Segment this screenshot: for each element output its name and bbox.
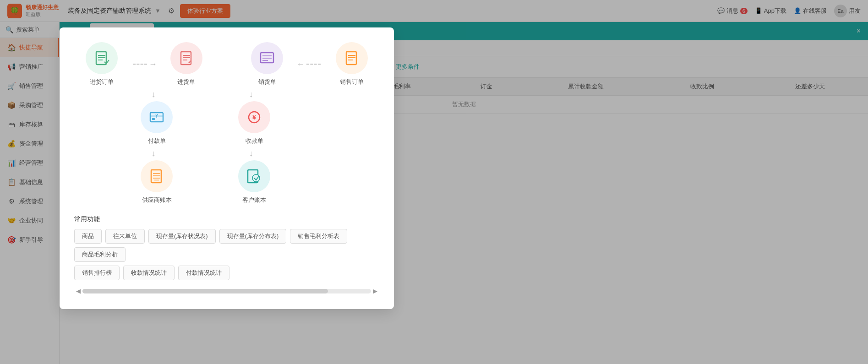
common-btn-product-margin[interactable]: 商品毛利分析 [74, 247, 126, 262]
flow-row-arrows: ↓ ↓ [74, 90, 379, 99]
down-arrow-purchase: ↓ [152, 90, 156, 99]
sale-bill-circle [251, 42, 283, 74]
flow-arrow-h2: ← [296, 60, 322, 69]
sale-bill-label: 销货单 [258, 78, 276, 86]
flow-node-sale-order[interactable]: 销售订单 [324, 42, 379, 86]
flow-row-arrows2: ↓ ↓ [74, 149, 379, 158]
down-arrow-receipt: ↓ [249, 149, 253, 158]
common-functions-section: 常用功能 商品 往来单位 现存量(库存状况表) 现存量(库存分布表) 销售毛利分… [74, 215, 379, 280]
svg-text:¥: ¥ [252, 114, 256, 121]
modal-dialog: 进货订单 → [60, 27, 394, 309]
svg-rect-26 [154, 179, 159, 181]
common-btn-stock-status[interactable]: 现存量(库存状况表) [148, 229, 216, 244]
flow-node-supplier[interactable]: 供应商账本 [129, 160, 184, 204]
scroll-left-icon[interactable]: ◀ [74, 288, 82, 294]
common-btn-stock-dist[interactable]: 现存量(库存分布表) [219, 229, 287, 244]
svg-point-28 [252, 174, 260, 182]
flow-row-1: 进货订单 → [74, 42, 379, 86]
common-btn-payment-stats[interactable]: 付款情况统计 [178, 266, 229, 280]
svg-rect-8 [261, 53, 273, 63]
svg-rect-18 [152, 118, 155, 120]
scroll-row: ◀ ▶ [74, 288, 379, 294]
receipt-circle: ¥ [238, 101, 270, 133]
flow-node-receipt[interactable]: ¥ 收款单 [227, 101, 282, 145]
flow-node-purchase-order[interactable]: 进货订单 [74, 42, 129, 86]
supplier-label: 供应商账本 [142, 196, 172, 204]
scroll-right-icon[interactable]: ▶ [371, 288, 379, 294]
flow-arrow-h1: → [131, 60, 157, 69]
scroll-track[interactable] [82, 289, 371, 293]
sale-order-circle [336, 42, 368, 74]
svg-text:¥: ¥ [155, 114, 158, 119]
supplier-circle [141, 160, 173, 192]
common-btn-sales-rank[interactable]: 销售排行榜 [74, 266, 120, 280]
purchase-order-label: 进货订单 [90, 78, 114, 86]
flow-node-sale-bill[interactable]: 销货单 [240, 42, 295, 86]
receipt-label: 收款单 [246, 137, 263, 145]
common-btn-receipt-stats[interactable]: 收款情况统计 [123, 266, 175, 280]
modal-overlay[interactable]: 进货订单 → [0, 0, 868, 364]
payment-label: 付款单 [148, 137, 166, 145]
flow-node-customer[interactable]: 客户账本 [227, 160, 282, 204]
customer-label: 客户账本 [242, 196, 266, 204]
common-btn-sales-margin[interactable]: 销售毛利分析表 [290, 229, 347, 244]
flow-node-payment[interactable]: ¥ 付款单 [129, 101, 184, 145]
common-btn-partner[interactable]: 往来单位 [105, 229, 145, 244]
common-buttons-row1: 商品 往来单位 现存量(库存状况表) 现存量(库存分布表) 销售毛利分析表 商品… [74, 229, 379, 262]
flow-node-purchase-bill[interactable]: 进货单 [159, 42, 214, 86]
common-functions-title: 常用功能 [74, 215, 379, 223]
scroll-thumb [82, 289, 328, 293]
flow-row-3: 供应商账本 客户账本 [74, 160, 379, 204]
down-arrow-payment: ↓ [152, 149, 156, 158]
sale-order-label: 销售订单 [340, 78, 364, 86]
customer-circle [238, 160, 270, 192]
down-arrow-sale: ↓ [249, 90, 253, 99]
common-buttons-row2: 销售排行榜 收款情况统计 付款情况统计 [74, 266, 379, 280]
purchase-bill-circle [170, 42, 202, 74]
flow-section: 进货订单 → [74, 42, 379, 204]
purchase-bill-label: 进货单 [177, 78, 195, 86]
common-btn-product[interactable]: 商品 [74, 229, 102, 244]
purchase-order-circle [86, 42, 118, 74]
payment-circle: ¥ [141, 101, 173, 133]
flow-row-2: ¥ 付款单 ¥ 收款单 [74, 101, 379, 145]
